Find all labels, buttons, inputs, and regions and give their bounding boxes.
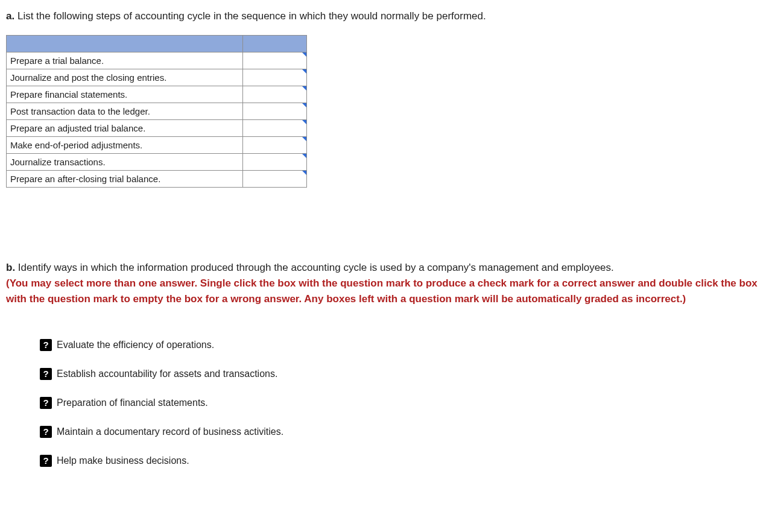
option-label: Maintain a documentary record of busines… bbox=[57, 426, 283, 437]
question-checkbox[interactable]: ? bbox=[40, 368, 52, 380]
header-col-step bbox=[7, 35, 243, 52]
table-row: Prepare financial statements. bbox=[7, 86, 307, 103]
part-a-text: List the following steps of accounting c… bbox=[17, 10, 486, 22]
step-cell: Post transaction data to the ledger. bbox=[7, 103, 243, 119]
sequence-table: Prepare a trial balance. Journalize and … bbox=[6, 35, 307, 188]
table-row: Prepare an adjusted trial balance. bbox=[7, 119, 307, 136]
option-row: ? Maintain a documentary record of busin… bbox=[40, 426, 766, 438]
question-checkbox[interactable]: ? bbox=[40, 339, 52, 351]
option-label: Establish accountability for assets and … bbox=[57, 369, 277, 379]
part-b-block: b. Identify ways in which the informatio… bbox=[6, 260, 766, 308]
header-col-order bbox=[243, 35, 307, 52]
part-a-label: a. bbox=[6, 10, 14, 22]
chevron-down-icon bbox=[302, 52, 306, 57]
step-cell: Journalize and post the closing entries. bbox=[7, 69, 243, 86]
options-list: ? Evaluate the efficiency of operations.… bbox=[6, 339, 766, 467]
option-row: ? Establish accountability for assets an… bbox=[40, 368, 766, 380]
chevron-down-icon bbox=[302, 86, 306, 90]
part-b-instruction: (You may select more than one answer. Si… bbox=[6, 277, 758, 305]
step-cell: Prepare an after-closing trial balance. bbox=[7, 170, 243, 187]
table-row: Prepare a trial balance. bbox=[7, 52, 307, 69]
table-row: Prepare an after-closing trial balance. bbox=[7, 170, 307, 187]
step-cell: Make end-of-period adjustments. bbox=[7, 136, 243, 153]
part-b-label: b. bbox=[6, 262, 15, 273]
order-dropdown[interactable] bbox=[243, 69, 307, 86]
order-dropdown[interactable] bbox=[243, 153, 307, 170]
part-a-prompt: a. List the following steps of accountin… bbox=[6, 8, 766, 24]
sequence-table-wrap: Prepare a trial balance. Journalize and … bbox=[6, 35, 766, 188]
chevron-down-icon bbox=[302, 69, 306, 74]
option-label: Help make business decisions. bbox=[57, 455, 189, 466]
order-dropdown[interactable] bbox=[243, 86, 307, 103]
order-dropdown[interactable] bbox=[243, 119, 307, 136]
part-b-prompt: Identify ways in which the information p… bbox=[18, 262, 614, 273]
option-label: Evaluate the efficiency of operations. bbox=[57, 340, 214, 350]
order-dropdown[interactable] bbox=[243, 170, 307, 187]
option-row: ? Evaluate the efficiency of operations. bbox=[40, 339, 766, 351]
table-header-row bbox=[7, 35, 307, 52]
step-cell: Prepare an adjusted trial balance. bbox=[7, 119, 243, 136]
option-label: Preparation of financial statements. bbox=[57, 397, 208, 408]
question-checkbox[interactable]: ? bbox=[40, 397, 52, 409]
chevron-down-icon bbox=[302, 120, 306, 124]
chevron-down-icon bbox=[302, 171, 306, 175]
step-cell: Prepare a trial balance. bbox=[7, 52, 243, 69]
table-row: Make end-of-period adjustments. bbox=[7, 136, 307, 153]
step-cell: Prepare financial statements. bbox=[7, 86, 243, 103]
question-checkbox[interactable]: ? bbox=[40, 455, 52, 467]
question-checkbox[interactable]: ? bbox=[40, 426, 52, 438]
table-row: Journalize and post the closing entries. bbox=[7, 69, 307, 86]
order-dropdown[interactable] bbox=[243, 103, 307, 119]
option-row: ? Preparation of financial statements. bbox=[40, 397, 766, 409]
chevron-down-icon bbox=[302, 154, 306, 158]
order-dropdown[interactable] bbox=[243, 136, 307, 153]
table-row: Journalize transactions. bbox=[7, 153, 307, 170]
table-row: Post transaction data to the ledger. bbox=[7, 103, 307, 119]
chevron-down-icon bbox=[302, 137, 306, 141]
order-dropdown[interactable] bbox=[243, 52, 307, 69]
option-row: ? Help make business decisions. bbox=[40, 455, 766, 467]
step-cell: Journalize transactions. bbox=[7, 153, 243, 170]
chevron-down-icon bbox=[302, 103, 306, 107]
